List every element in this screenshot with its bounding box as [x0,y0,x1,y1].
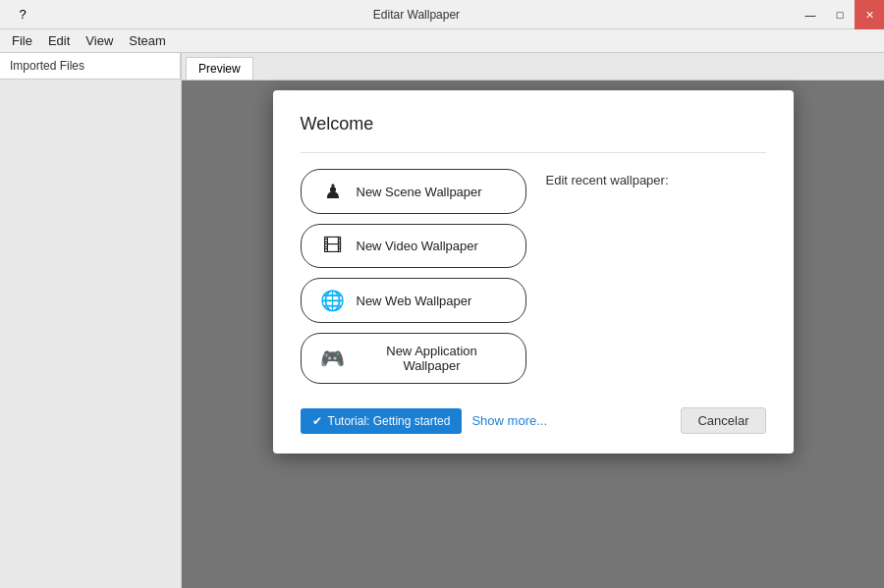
welcome-modal: Welcome ♟New Scene Wallpaper🎞New Video W… [273,90,794,454]
menubar: File Edit View Steam [0,29,884,53]
modal-overlay: Welcome ♟New Scene Wallpaper🎞New Video W… [182,80,884,588]
cancel-button[interactable]: Cancelar [681,407,765,434]
menu-view[interactable]: View [78,31,121,50]
content-area: Preview Welcome ♟New Scene Wallpaper🎞New… [182,53,884,588]
minimize-button[interactable]: — [796,0,825,29]
main: Imported Files Preview Welcome ♟New Scen… [0,53,884,588]
modal-title: Welcome [301,114,766,134]
preview-tab[interactable]: Preview [186,57,253,80]
preview-tab-bar: Preview [182,53,884,80]
modal-separator [301,152,766,153]
sidebar-imported-files-tab[interactable]: Imported Files [0,53,181,80]
new-web-wallpaper-button-label: New Web Wallpaper [357,294,472,308]
modal-footer: ✔ Tutorial: Getting started Show more...… [301,407,766,434]
tutorial-button[interactable]: ✔ Tutorial: Getting started [301,408,463,434]
titlebar-title: Editar Wallpaper [37,8,796,22]
titlebar: ? Editar Wallpaper — □ ✕ [0,0,884,29]
new-application-wallpaper-button-icon: 🎮 [319,347,347,370]
new-video-wallpaper-button-icon: 🎞 [319,235,347,257]
tutorial-label: Tutorial: Getting started [328,414,451,428]
titlebar-controls: — □ ✕ [796,0,884,28]
modal-body: ♟New Scene Wallpaper🎞New Video Wallpaper… [301,169,766,384]
preview-content: Welcome ♟New Scene Wallpaper🎞New Video W… [182,80,884,588]
new-application-wallpaper-button[interactable]: 🎮New Application Wallpaper [301,333,526,384]
new-web-wallpaper-button[interactable]: 🌐New Web Wallpaper [301,278,526,323]
new-scene-wallpaper-button-icon: ♟ [319,180,347,203]
modal-right: Edit recent wallpaper: [546,169,766,384]
titlebar-left: ? [0,0,37,29]
help-button[interactable]: ? [8,0,37,29]
modal-left: ♟New Scene Wallpaper🎞New Video Wallpaper… [301,169,526,384]
menu-steam[interactable]: Steam [121,31,174,50]
new-web-wallpaper-button-icon: 🌐 [319,289,347,312]
close-button[interactable]: ✕ [855,0,884,29]
checkmark-icon: ✔ [312,414,322,428]
menu-file[interactable]: File [4,31,40,50]
new-video-wallpaper-button[interactable]: 🎞New Video Wallpaper [301,224,526,268]
menu-edit[interactable]: Edit [40,31,78,50]
new-scene-wallpaper-button[interactable]: ♟New Scene Wallpaper [301,169,526,214]
edit-recent-label: Edit recent wallpaper: [546,173,669,187]
maximize-button[interactable]: □ [825,0,855,29]
new-video-wallpaper-button-label: New Video Wallpaper [357,239,478,253]
new-scene-wallpaper-button-label: New Scene Wallpaper [357,185,482,199]
sidebar: Imported Files [0,53,182,588]
new-application-wallpaper-button-label: New Application Wallpaper [357,344,508,373]
show-more-link[interactable]: Show more... [471,413,547,428]
